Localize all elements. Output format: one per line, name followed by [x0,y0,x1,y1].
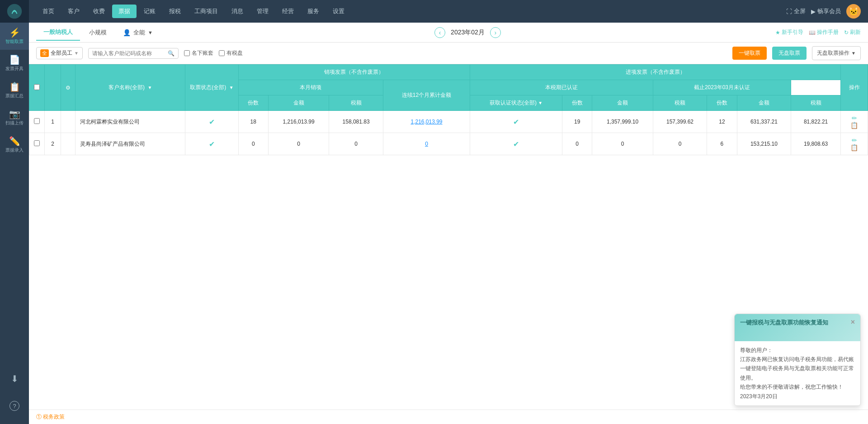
notification-panel: 一键报税与无盘取票功能恢复通知 × 尊敬的用户： 江苏政务网已恢复访问电子税务局… [734,314,861,406]
row1-action: ✏ 📋 [841,111,868,133]
xiazhangs-checkbox-input[interactable] [184,50,190,56]
row2-cert-amount: 0 [592,133,653,155]
nav-accounting[interactable]: 记账 [137,5,162,18]
help-icon: ? [9,401,19,411]
th-month-sales: 本月销项 [238,80,383,95]
user-avatar[interactable]: 🐱 [846,4,861,19]
sidebar-item-scan-upload[interactable]: 📷 扫描上传 [0,104,29,131]
nav-tax[interactable]: 报税 [163,5,187,18]
tab-all[interactable]: 👤 全能 ▼ [116,25,160,40]
nav-message[interactable]: 消息 [225,5,250,18]
filter-icon-fetch: ▼ [229,85,234,90]
scan-upload-icon: 📷 [9,110,20,119]
row2-ms-tax: 0 [329,133,383,155]
row2-edit-btn[interactable]: ✏ [852,137,857,144]
nav-invoice[interactable]: 票据 [112,5,137,18]
filter-bar: 全 全部员工 ▼ 🔍 名下账套 有税盘 一键取票 无盘取票 无盘取票操作 ▼ [29,43,868,64]
row1-fetch-status: ✔ [185,111,238,133]
notification-body: 尊敬的用户： 江苏政务网已恢复访问电子税务局功能，易代账一键登陆电子税务局与无盘… [735,341,860,405]
notification-close-btn[interactable]: × [851,319,855,326]
xiazhangs-checkbox[interactable]: 名下账套 [184,49,213,57]
row1-edit-btn[interactable]: ✏ [852,114,857,122]
row1-continuous12[interactable]: 1,216,013.99 [383,111,470,133]
notif-line-1: 尊敬的用户： [740,346,855,355]
nav-home[interactable]: 首页 [36,5,61,18]
row1-view-btn[interactable]: 📋 [850,122,858,129]
fullscreen-btn[interactable]: ⛶ 全屏 [786,7,806,15]
sidebar-logo [0,0,29,23]
invoice-entry-icon: ✏️ [9,137,20,146]
th-this-period-certified: 本税期已认证 [470,80,653,95]
row2-checkbox[interactable] [29,133,45,155]
sidebar-item-help[interactable]: ? [0,392,29,419]
sidebar-item-smart-fetch[interactable]: ⚡ 智能取票 [0,23,29,50]
select-all-checkbox[interactable] [34,84,40,90]
sidebar-item-invoice-summary[interactable]: 📋 票据汇总 [0,77,29,104]
nav-manage[interactable]: 管理 [250,5,275,18]
th-cert-status[interactable]: 获取认证状态(全部) ▼ [470,95,562,111]
fetch-all-btn[interactable]: 一键取票 [732,47,767,60]
bottom-bar: ① 税务政策 [29,410,868,424]
th-customer-name[interactable]: 客户名称(全部) ▼ [75,65,185,111]
row2-index: 2 [45,133,61,155]
svg-point-0 [7,4,22,19]
no-disk-btn[interactable]: 无盘取票 [772,47,807,60]
row1-check[interactable] [34,118,40,124]
employee-chevron-icon: ▼ [74,51,79,56]
row2-check[interactable] [34,140,40,146]
new-guide-btn[interactable]: ★ 新手引导 [775,29,803,36]
sidebar-label-scan-upload: 扫描上传 [5,120,24,126]
row2-uncert-tax: 19,808.63 [791,133,841,155]
row1-link[interactable]: 1,216,013.99 [410,119,442,125]
notification-title: 一键报税与无盘取票功能恢复通知 [740,319,851,327]
top-nav: 首页 客户 收费 票据 记账 报税 工商项目 消息 管理 经营 服务 设置 ⛶ … [29,0,868,23]
sidebar-item-invoice-entry[interactable]: ✏️ 票据录入 [0,131,29,158]
tab-all-label: 全能 [133,29,145,37]
nav-operation[interactable]: 经营 [276,5,300,18]
nav-service[interactable]: 服务 [301,5,326,18]
th-fetch-status[interactable]: 取票状态(全部) ▼ [185,65,238,111]
refresh-btn[interactable]: ↻ 刷新 [844,29,861,36]
nav-business[interactable]: 工商项目 [188,5,224,18]
table-row: 1 河北柯霖桦实业有限公司 ✔ 18 1,216,013.99 158,081.… [29,111,868,133]
chevron-down-icon: ▼ [148,30,153,35]
sidebar-label-invoice-summary: 票据汇总 [5,93,24,99]
member-icon: ▶ [811,8,816,15]
prev-month-btn[interactable]: ‹ [434,27,445,38]
th-continuous12: 连续12个月累计金额 [383,80,470,111]
manual-btn[interactable]: 📖 操作手册 [809,29,839,36]
th-ms-count: 份数 [238,95,268,111]
nav-customer[interactable]: 客户 [61,5,86,18]
notif-line-4: 2023年3月20日 [740,392,855,401]
row1-checkbox[interactable] [29,111,45,133]
tax-policy-link[interactable]: ① 税务政策 [36,413,65,421]
sidebar-item-download[interactable]: ⬇ [0,365,29,392]
search-icon[interactable]: 🔍 [168,50,175,57]
nav-settings[interactable]: 设置 [326,5,351,18]
row2-fetch-status: ✔ [185,133,238,155]
tab-small-label: 小规模 [89,29,107,37]
row2-view-btn[interactable]: 📋 [850,144,858,151]
search-input[interactable] [92,50,165,57]
table-row: 2 灵寿县尚泽矿产品有限公司 ✔ 0 0 0 0 ✔ 0 0 0 6 153,2… [29,133,868,155]
tab-small[interactable]: 小规模 [82,25,114,40]
employee-select[interactable]: 全 全部员工 ▼ [36,47,83,59]
row2-cert-status: ✔ [470,133,562,155]
th-cert-count: 份数 [562,95,592,111]
row1-uncert-amount: 631,337.21 [737,111,791,133]
youshui-checkbox[interactable]: 有税盘 [219,49,243,57]
youshui-checkbox-input[interactable] [219,50,225,56]
sidebar-label-invoice-entry: 票据录入 [5,148,24,153]
member-btn[interactable]: ▶ 畅享会员 [811,7,841,15]
row1-ms-tax: 158,081.83 [329,111,383,133]
row2-continuous12[interactable]: 0 [383,133,470,155]
tab-general[interactable]: 一般纳税人 [36,24,80,41]
th-ms-amount: 金额 [268,95,329,111]
sidebar-item-invoice-open[interactable]: 📄 发票开具 [0,50,29,77]
current-date: 2023年02月 [451,29,485,37]
nav-collection[interactable]: 收费 [87,5,111,18]
row2-action: ✏ 📋 [841,133,868,155]
next-month-btn[interactable]: › [490,27,501,38]
row2-link[interactable]: 0 [425,141,428,147]
ops-dropdown-btn[interactable]: 无盘取票操作 ▼ [812,46,861,60]
